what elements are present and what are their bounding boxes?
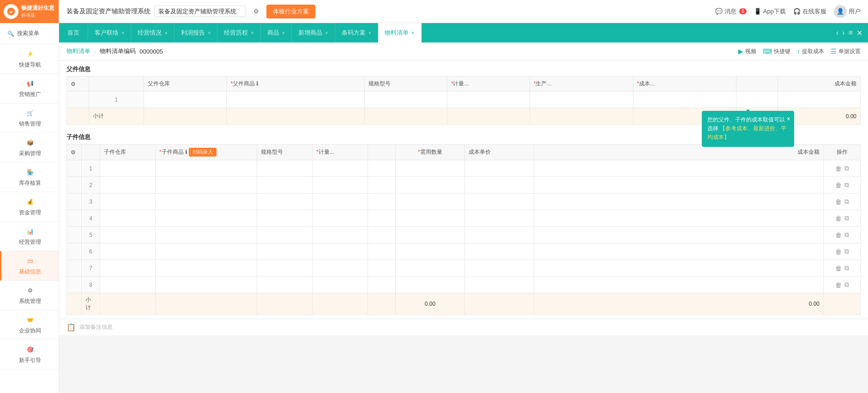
parent-row-1-product[interactable] xyxy=(227,91,364,108)
tab-close-all-icon[interactable]: ✕ xyxy=(855,29,864,37)
child-row-need-qty[interactable] xyxy=(396,227,465,243)
child-row-warehouse[interactable] xyxy=(100,193,156,210)
sidebar-item-marketing[interactable]: 📢 营销推广 xyxy=(0,74,59,103)
sidebar-item-system[interactable]: ⚙ 系统管理 xyxy=(0,281,59,310)
child-row-unit-cost[interactable] xyxy=(465,227,534,243)
child-row-product[interactable] xyxy=(156,177,257,193)
delete-icon[interactable]: 🗑 xyxy=(835,265,842,272)
child-row-qty[interactable] xyxy=(313,193,368,210)
child-row-unit-cost[interactable] xyxy=(465,260,534,277)
child-row-qty[interactable] xyxy=(313,277,368,293)
child-row-qty[interactable] xyxy=(313,160,368,177)
child-row-need-qty[interactable] xyxy=(396,160,465,177)
child-row-warehouse[interactable] xyxy=(100,210,156,227)
tab-products-close[interactable]: × xyxy=(282,30,285,36)
tab-customer-close[interactable]: × xyxy=(121,30,124,36)
child-row-spec[interactable] xyxy=(257,260,313,277)
child-row-need-qty[interactable] xyxy=(396,260,465,277)
toolbar-single-settings[interactable]: ☰ 单据设置 xyxy=(831,48,861,55)
child-row-unit-cost[interactable] xyxy=(465,193,534,210)
search-menu-button[interactable]: 🔍 搜索菜单 xyxy=(4,27,55,40)
sidebar-item-purchase[interactable]: 📦 采购管理 xyxy=(0,133,59,163)
child-row-need-qty[interactable] xyxy=(396,210,465,227)
delete-icon[interactable]: 🗑 xyxy=(835,215,842,222)
tab-new-product-close[interactable]: × xyxy=(325,30,328,36)
sidebar-item-operations[interactable]: 📊 经营管理 xyxy=(0,222,59,251)
child-row-warehouse[interactable] xyxy=(100,227,156,243)
parent-row-1-qty[interactable] xyxy=(447,91,530,108)
tab-barcode-close[interactable]: × xyxy=(368,30,371,36)
copy-icon[interactable]: ⧉ xyxy=(844,231,849,239)
child-row-qty[interactable] xyxy=(313,210,368,227)
user-item[interactable]: 👤 用户 xyxy=(834,5,861,18)
trial-button[interactable]: 体验行业方案 xyxy=(266,5,315,18)
child-row-product[interactable] xyxy=(156,260,257,277)
child-row-spec[interactable] xyxy=(257,277,313,293)
sidebar-item-sales[interactable]: 🛒 销售管理 xyxy=(0,103,59,133)
child-row-need-qty[interactable] xyxy=(396,177,465,193)
tab-home[interactable]: 首页 xyxy=(59,23,88,42)
bottom-hint-text[interactable]: 添加备注信息 xyxy=(79,323,113,331)
tab-barcode[interactable]: 条码方案 × xyxy=(335,23,378,42)
app-download-item[interactable]: 📱 App下载 xyxy=(754,7,786,16)
tab-products[interactable]: 商品 × xyxy=(261,23,292,42)
child-row-warehouse[interactable] xyxy=(100,277,156,293)
tab-history-close[interactable]: × xyxy=(251,30,253,36)
copy-icon[interactable]: ⧉ xyxy=(844,264,849,272)
tab-bom-close[interactable]: × xyxy=(411,30,414,36)
child-row-unit-cost[interactable] xyxy=(465,277,534,293)
tab-profit-close[interactable]: × xyxy=(208,30,211,36)
child-row-product[interactable] xyxy=(156,277,257,293)
child-row-qty[interactable] xyxy=(313,243,368,260)
child-row-warehouse[interactable] xyxy=(100,260,156,277)
system-select[interactable]: 装备及固定资产辅助管理系统 xyxy=(154,6,246,17)
tab-bom[interactable]: 物料清单 × xyxy=(378,23,421,42)
tab-ops-status[interactable]: 经营情况 × xyxy=(131,23,174,42)
child-row-qty[interactable] xyxy=(313,260,368,277)
sidebar-item-quick-nav[interactable]: ⚡ 快捷导航 xyxy=(0,44,59,74)
tab-customer[interactable]: 客户联络 × xyxy=(88,23,131,42)
sidebar-item-cooperation[interactable]: 🤝 企业协同 xyxy=(0,310,59,340)
tab-nav-left[interactable]: ‹ xyxy=(834,29,840,37)
parent-row-1-warehouse[interactable] xyxy=(144,91,227,108)
child-row-need-qty[interactable] xyxy=(396,277,465,293)
child-row-product[interactable] xyxy=(156,193,257,210)
sidebar-item-finance[interactable]: 💰 资金管理 xyxy=(0,192,59,222)
tab-nav-right[interactable]: › xyxy=(840,29,846,37)
child-row-spec[interactable] xyxy=(257,177,313,193)
child-row-spec[interactable] xyxy=(257,210,313,227)
child-row-warehouse[interactable] xyxy=(100,177,156,193)
online-service-item[interactable]: 🎧 在线客服 xyxy=(793,7,826,16)
child-row-spec[interactable] xyxy=(257,193,313,210)
message-item[interactable]: 💬 消息 6 xyxy=(715,7,747,16)
tab-profit[interactable]: 利润报告 × xyxy=(175,23,217,42)
child-row-spec[interactable] xyxy=(257,243,313,260)
breadcrumb[interactable]: 物料清单 xyxy=(66,47,90,55)
tab-history[interactable]: 经营历程 × xyxy=(217,23,260,42)
child-row-warehouse[interactable] xyxy=(100,160,156,177)
tab-new-product[interactable]: 新增商品 × xyxy=(292,23,335,42)
copy-icon[interactable]: ⧉ xyxy=(844,164,849,172)
child-row-product[interactable] xyxy=(156,243,257,260)
child-row-warehouse[interactable] xyxy=(100,243,156,260)
child-row-product[interactable] xyxy=(156,160,257,177)
child-row-unit-cost[interactable] xyxy=(465,243,534,260)
tab-ops-close[interactable]: × xyxy=(164,30,167,36)
toolbar-extract-cost[interactable]: ↑ 提取成本 xyxy=(797,48,824,55)
delete-icon[interactable]: 🗑 xyxy=(835,181,842,189)
child-row-spec[interactable] xyxy=(257,160,313,177)
sidebar-item-guide[interactable]: 🎯 新手引导 xyxy=(0,340,59,369)
child-row-unit-cost[interactable] xyxy=(465,177,534,193)
copy-icon[interactable]: ⧉ xyxy=(844,198,849,206)
delete-icon[interactable]: 🗑 xyxy=(835,198,842,206)
child-row-qty[interactable] xyxy=(313,227,368,243)
toolbar-shortcut[interactable]: ⌨ 快捷键 xyxy=(763,48,790,55)
parent-row-1-production[interactable] xyxy=(530,91,633,108)
sidebar-item-basic-info[interactable]: 🗃 基础信息 xyxy=(0,251,59,281)
tooltip-close-icon[interactable]: × xyxy=(787,114,790,124)
child-row-unit-cost[interactable] xyxy=(465,210,534,227)
toolbar-video[interactable]: ▶ 视频 xyxy=(738,48,756,55)
child-row-need-qty[interactable] xyxy=(396,193,465,210)
gear-icon[interactable]: ⚙ xyxy=(250,5,263,18)
copy-icon[interactable]: ⧉ xyxy=(844,214,849,222)
